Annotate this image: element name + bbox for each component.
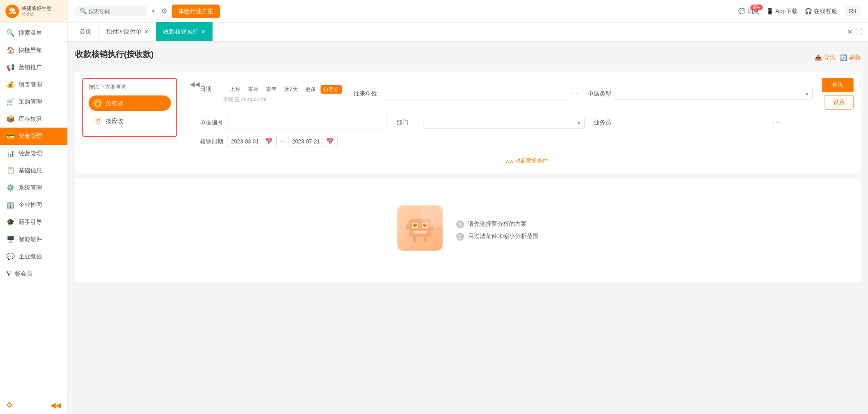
empty-step-1: 1 请先选择要分析的方案 <box>456 220 538 228</box>
date-shortcut-lastmonth[interactable]: 上月 <box>227 85 243 94</box>
sidebar-item-operations[interactable]: 📊 经营管理 <box>0 145 67 162</box>
sidebar-item-system[interactable]: ⚙️ 系统管理 <box>0 179 67 196</box>
page-top-actions: 📤 导出 🔄 刷新 <box>815 53 861 62</box>
writeoff-date-field: 核销日期 2023-03-01 📅 — 2023-07-21 📅 <box>200 136 338 147</box>
date-label: 日期 <box>200 85 223 93</box>
collapse-more-button[interactable]: ∧∧ 收起更多条件 <box>505 153 548 167</box>
settings-icon[interactable]: ⚙ <box>6 401 13 409</box>
refresh-button[interactable]: 🔄 刷新 <box>840 53 861 62</box>
by-collection-icon: 💰 <box>93 99 102 108</box>
sidebar-nav: 🔍 搜索菜单 🏠 快捷导航 📢 营销推广 💰 销售管理 🛒 采购管理 📦 库存核… <box>0 23 67 396</box>
filter-panel-title: 按以下方案查询 <box>89 83 171 91</box>
tabbar-window-actions: ✕ ⛶ <box>847 28 863 36</box>
basicinfo-icon: 📋 <box>6 167 15 175</box>
filter-left-collapse-icon[interactable]: ◀◀ <box>190 80 200 88</box>
sidebar-item-enterprise[interactable]: 🏢 企业协同 <box>0 196 67 214</box>
logo-icon: 兔 <box>5 5 19 18</box>
date-shortcut-thisyear[interactable]: 本年 <box>263 85 279 94</box>
query-button[interactable]: 查询 <box>822 78 854 92</box>
sidebar-collapse-icon[interactable]: ◀◀ <box>50 401 61 409</box>
staff-label: 业务员 <box>594 119 617 127</box>
sidebar-item-label: 搜索菜单 <box>19 29 42 37</box>
filter-row-3: 核销日期 2023-03-01 📅 — 2023-07-21 📅 <box>200 136 854 147</box>
writeoff-start-cal-icon[interactable]: 📅 <box>265 138 273 145</box>
settings-button[interactable]: 设置 <box>825 95 854 109</box>
partner-field: 往来单位 ··· <box>354 87 579 100</box>
search-input[interactable] <box>89 8 143 14</box>
tab-prepay[interactable]: 预付冲应付单 ✕ <box>99 22 156 41</box>
bill-type-dropdown[interactable]: ▾ <box>615 88 813 100</box>
topbar-dropdown-icon[interactable]: ▾ <box>152 8 155 14</box>
logo-text: 畅捷通好生意 <box>22 5 52 11</box>
step-2-number: 2 <box>456 233 464 241</box>
collapse-more-label: 收起更多条件 <box>515 157 548 165</box>
sidebar-item-wechat[interactable]: 💬 企业微信 <box>0 248 67 265</box>
sidebar-item-purchase[interactable]: 🛒 采购管理 <box>0 93 67 110</box>
topbar-search[interactable]: 🔍 <box>75 6 147 16</box>
sidebar-item-label: 经营管理 <box>19 149 42 157</box>
tab-prepay-close[interactable]: ✕ <box>144 29 148 35</box>
date-shortcut-thismonth[interactable]: 本月 <box>245 85 261 94</box>
sidebar-item-finance[interactable]: 💳 资金管理 <box>0 128 67 145</box>
empty-step-2: 2 用过滤条件来缩小分析范围 <box>456 232 538 241</box>
sidebar-item-inventory[interactable]: 📦 库存核算 <box>0 110 67 128</box>
app-download-button[interactable]: 📱 App下载 <box>766 7 797 15</box>
tab-collection[interactable]: 收款核销执行 ✕ <box>156 22 213 41</box>
date-custom-tag[interactable]: 自定义 <box>321 85 342 94</box>
writeoff-end-value: 2023-07-21 <box>292 138 320 145</box>
sidebar-item-sales[interactable]: 💰 销售管理 <box>0 76 67 93</box>
sidebar-item-label: 智能硬件 <box>19 235 42 243</box>
sidebar-item-search[interactable]: 🔍 搜索菜单 <box>0 24 67 42</box>
sidebar-item-member[interactable]: V 畅会员 <box>0 265 67 282</box>
writeoff-end-cal-icon[interactable]: 📅 <box>326 138 334 145</box>
writeoff-date-end-input[interactable]: 2023-07-21 📅 <box>288 136 338 147</box>
sidebar-item-marketing[interactable]: 📢 营销推广 <box>0 59 67 76</box>
svg-point-3 <box>413 224 417 227</box>
date-shortcut-more[interactable]: 更多 <box>302 85 319 94</box>
filter-section: 按以下方案查询 💰 按收款 ⏱ 按应收 ◀◀ <box>75 71 861 173</box>
staff-more-btn[interactable]: ··· <box>773 119 781 127</box>
filter-row-2: 单据编号 部门 ▾ 业务员 ··· <box>200 116 854 129</box>
tab-home-label: 首页 <box>80 28 91 36</box>
collapse-chevron-icon: ∧∧ <box>505 158 514 164</box>
msg-button[interactable]: 💬 消息 99+ <box>738 7 759 15</box>
quick-nav-icon: 🏠 <box>6 46 15 54</box>
tab-collection-close[interactable]: ✕ <box>201 29 205 35</box>
partner-more-btn[interactable]: ··· <box>570 90 579 98</box>
topbar-gear-icon[interactable]: ⚙ <box>161 7 167 15</box>
filter-option-by-collection[interactable]: 💰 按收款 <box>89 95 171 111</box>
writeoff-date-start-input[interactable]: 2023-03-01 📅 <box>227 136 277 147</box>
main-area: 🔍 ▾ ⚙ 体验行业方案 💬 消息 99+ 📱 App下载 🎧 在线客服 Rit <box>68 0 868 414</box>
step-1-text: 请先选择要分析的方案 <box>468 220 527 228</box>
writeoff-start-value: 2023-03-01 <box>231 138 259 145</box>
search-icon: 🔍 <box>80 8 87 14</box>
username-display[interactable]: Rit <box>844 6 861 16</box>
guide-icon: 🎓 <box>6 218 15 226</box>
sidebar-item-guide[interactable]: 🎓 新手引导 <box>0 214 67 231</box>
sidebar-item-hardware[interactable]: 🖥️ 智能硬件 <box>0 231 67 248</box>
tab-home[interactable]: 首页 <box>72 22 99 41</box>
staff-field: 业务员 ··· <box>594 116 781 129</box>
sidebar-item-basicinfo[interactable]: 📋 基础信息 <box>0 162 67 179</box>
solution-button[interactable]: 体验行业方案 <box>172 5 220 18</box>
department-label: 部门 <box>396 119 420 127</box>
department-chevron: ▾ <box>577 119 580 126</box>
online-service-button[interactable]: 🎧 在线客服 <box>805 7 837 15</box>
member-icon: V <box>6 270 11 278</box>
export-button[interactable]: 📤 导出 <box>815 53 835 62</box>
bill-type-field: 单据类型 ▾ <box>588 88 813 100</box>
window-expand-icon[interactable]: ⛶ <box>855 28 862 35</box>
empty-state: 1 请先选择要分析的方案 2 用过滤条件来缩小分析范围 <box>75 178 861 282</box>
sidebar-logo: 兔 畅捷通好生意 标准版 <box>0 0 67 23</box>
bill-type-label: 单据类型 <box>588 90 611 98</box>
bill-no-field: 单据编号 <box>200 116 387 129</box>
sidebar-item-label: 采购管理 <box>19 98 42 106</box>
filter-action-btns: 查询 设置 <box>822 78 854 109</box>
window-close-icon[interactable]: ✕ <box>847 28 853 36</box>
filter-option-by-receivable[interactable]: ⏱ 按应收 <box>89 114 171 129</box>
date-shortcut-7days[interactable]: 近7天 <box>281 85 301 94</box>
department-dropdown[interactable]: ▾ <box>424 117 584 129</box>
sidebar-item-quicknav[interactable]: 🏠 快捷导航 <box>0 42 67 59</box>
finance-icon: 💳 <box>6 132 15 140</box>
inventory-icon: 📦 <box>6 115 15 123</box>
